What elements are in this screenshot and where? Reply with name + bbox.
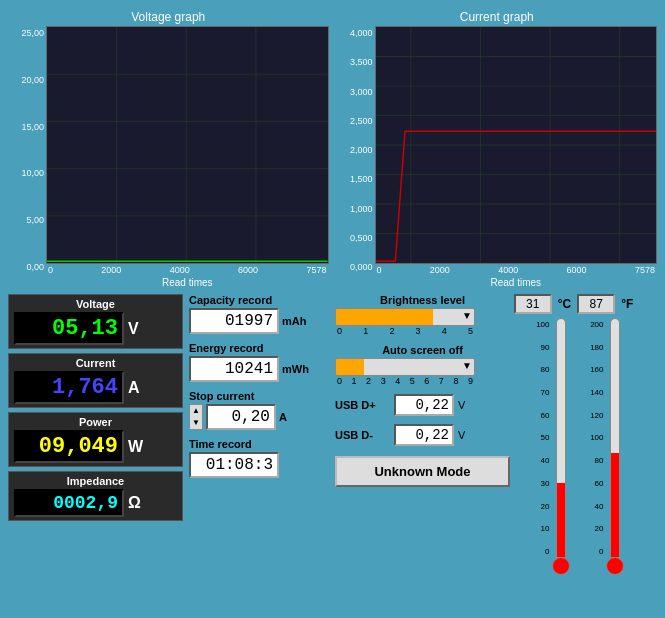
time-label: Time record (189, 438, 329, 450)
usb-dp-display: 0,22 (394, 394, 454, 416)
power-label: Power (14, 416, 177, 428)
voltage-unit: V (128, 320, 139, 338)
voltage-graph-title: Voltage graph (8, 8, 329, 26)
brightness-ticks: 0 1 2 3 4 5 (335, 326, 475, 336)
time-block: Time record 01:08:3 (189, 438, 329, 478)
bottom-section: Voltage 05,13 V Current 1,764 A Power 09… (0, 290, 665, 618)
current-unit: A (128, 379, 140, 397)
energy-label: Energy record (189, 342, 329, 354)
power-display: 09,049 (14, 430, 124, 463)
fahrenheit-thermo: 200 180 160 140 120 100 80 60 40 20 0 (578, 318, 624, 578)
usb-dm-label: USB D- (335, 429, 390, 441)
current-graph-svg (376, 27, 657, 263)
thermometers-row: 100 90 80 70 60 50 40 30 20 10 0 (524, 318, 624, 578)
current-graph-title: Current graph (337, 8, 658, 26)
usb-dp-row: USB D+ 0,22 V (335, 394, 510, 416)
capacity-display: 01997 (189, 308, 279, 334)
autooff-block: Auto screen off ▼ 0 1 2 3 4 5 6 7 8 9 (335, 344, 510, 386)
time-display: 01:08:3 (189, 452, 279, 478)
capacity-label: Capacity record (189, 294, 329, 306)
voltage-meter: Voltage 05,13 V (8, 294, 183, 349)
usb-dm-display: 0,22 (394, 424, 454, 446)
fahrenheit-input[interactable] (577, 294, 615, 314)
brightness-dropdown-arrow[interactable]: ▼ (462, 310, 472, 321)
capacity-block: Capacity record 01997 mAh (189, 294, 329, 334)
energy-block: Energy record 10241 mWh (189, 342, 329, 382)
capacity-unit: mAh (282, 315, 306, 327)
stop-current-label: Stop current (189, 390, 329, 402)
power-meter: Power 09,049 W (8, 412, 183, 467)
top-section: Voltage graph 25,00 20,00 15,00 10,00 5,… (0, 0, 665, 290)
voltage-graph-panel: Voltage graph 25,00 20,00 15,00 10,00 5,… (8, 8, 329, 290)
usb-dm-unit: V (458, 429, 465, 441)
brightness-block: Brightness level ▼ 0 1 2 3 4 5 (335, 294, 510, 336)
fahrenheit-unit: °F (621, 297, 633, 311)
usb-dp-label: USB D+ (335, 399, 390, 411)
stop-current-block: Stop current ▲ ▼ 0,20 A (189, 390, 329, 430)
current-graph-area (375, 26, 658, 264)
usb-dm-row: USB D- 0,22 V (335, 424, 510, 446)
voltage-graph-area (46, 26, 329, 264)
impedance-label: Impedance (14, 475, 177, 487)
impedance-display: 0002,9 (14, 489, 124, 517)
thermo-panel: °C °F 100 90 80 70 60 50 40 30 20 10 0 (516, 294, 631, 614)
current-graph-panel: Current graph 4,000 3,500 3,000 2,500 2,… (337, 8, 658, 290)
autooff-dropdown-arrow[interactable]: ▼ (462, 360, 472, 371)
stop-current-unit: A (279, 411, 287, 423)
voltage-label: Voltage (14, 298, 177, 310)
current-meter: Current 1,764 A (8, 353, 183, 408)
middle-panel: Capacity record 01997 mAh Energy record … (189, 294, 329, 614)
autooff-label: Auto screen off (335, 344, 510, 356)
voltage-graph-svg (47, 27, 328, 263)
current-x-label: Read times (375, 276, 658, 290)
energy-unit: mWh (282, 363, 309, 375)
right-panel: Brightness level ▼ 0 1 2 3 4 5 Auto scre… (335, 294, 510, 614)
celsius-thermo: 100 90 80 70 60 50 40 30 20 10 0 (524, 318, 570, 578)
meters-panel: Voltage 05,13 V Current 1,764 A Power 09… (8, 294, 183, 614)
stop-current-display: 0,20 (206, 404, 276, 430)
voltage-x-label: Read times (46, 276, 329, 290)
celsius-unit: °C (558, 297, 571, 311)
impedance-meter: Impedance 0002,9 Ω (8, 471, 183, 521)
current-display: 1,764 (14, 371, 124, 404)
stop-current-down-btn[interactable]: ▼ (190, 417, 202, 429)
power-unit: W (128, 438, 143, 456)
brightness-label: Brightness level (335, 294, 510, 306)
voltage-display: 05,13 (14, 312, 124, 345)
celsius-input[interactable] (514, 294, 552, 314)
impedance-unit: Ω (128, 494, 141, 512)
usb-dp-unit: V (458, 399, 465, 411)
current-label: Current (14, 357, 177, 369)
autooff-slider[interactable]: ▼ (335, 358, 475, 376)
autooff-ticks: 0 1 2 3 4 5 6 7 8 9 (335, 376, 475, 386)
thermo-top-row: °C °F (514, 294, 634, 314)
energy-display: 10241 (189, 356, 279, 382)
stop-current-up-btn[interactable]: ▲ (190, 405, 202, 417)
unknown-mode-button[interactable]: Unknown Mode (335, 456, 510, 487)
brightness-slider[interactable]: ▼ (335, 308, 475, 326)
